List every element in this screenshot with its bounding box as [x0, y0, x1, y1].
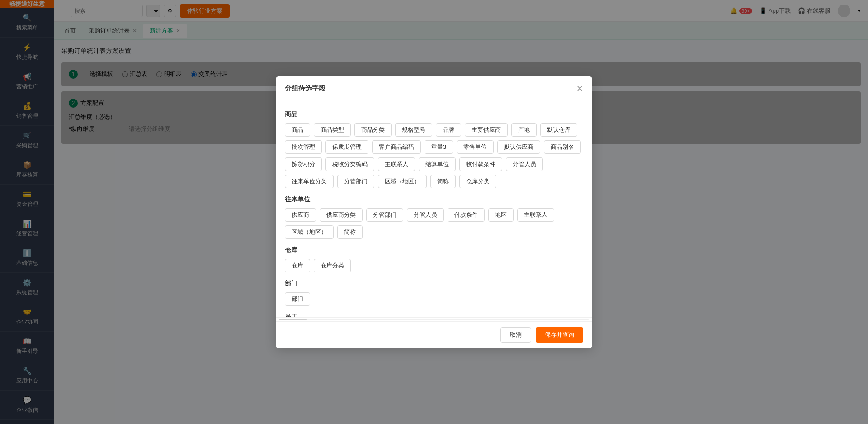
field-tag-0-13[interactable]: 默认供应商 [497, 140, 540, 154]
field-tag-0-21[interactable]: 往来单位分类 [285, 175, 334, 188]
section-title-4: 员工 [285, 313, 583, 317]
field-tag-0-23[interactable]: 区域（地区） [378, 175, 427, 188]
field-tag-1-7[interactable]: 区域（地区） [285, 225, 334, 239]
field-tag-1-4[interactable]: 付款条件 [448, 208, 485, 222]
field-tag-0-22[interactable]: 分管部门 [337, 175, 374, 188]
field-tag-0-8[interactable]: 批次管理 [285, 140, 322, 154]
field-tag-0-18[interactable]: 结算单位 [419, 157, 456, 171]
field-group-1: 供应商供应商分类分管部门分管人员付款条件地区主联系人区域（地区）简称 [285, 208, 583, 239]
field-tag-0-14[interactable]: 商品别名 [544, 140, 581, 154]
save-query-button[interactable]: 保存并查询 [536, 327, 583, 343]
field-tag-0-2[interactable]: 商品分类 [354, 123, 392, 137]
close-icon[interactable]: ✕ [576, 84, 583, 94]
field-tag-1-2[interactable]: 分管部门 [366, 208, 403, 222]
dialog-header: 分组待选字段 ✕ [276, 76, 592, 101]
field-tag-0-20[interactable]: 分管人员 [506, 157, 543, 171]
field-tag-1-0[interactable]: 供应商 [285, 208, 316, 222]
field-tag-0-10[interactable]: 客户商品编码 [372, 140, 421, 154]
field-tag-0-1[interactable]: 商品类型 [314, 123, 351, 137]
section-title-1: 往来单位 [285, 195, 583, 204]
field-tag-3-0[interactable]: 部门 [285, 292, 310, 306]
field-tag-0-17[interactable]: 主联系人 [378, 157, 415, 171]
field-tag-0-3[interactable]: 规格型号 [395, 123, 432, 137]
section-title-3: 部门 [285, 280, 583, 288]
field-group-2: 仓库仓库分类 [285, 259, 583, 272]
field-tag-1-3[interactable]: 分管人员 [407, 208, 444, 222]
cancel-button[interactable]: 取消 [500, 327, 531, 343]
section-title-0: 商品 [285, 110, 583, 119]
field-tag-0-6[interactable]: 产地 [511, 123, 537, 137]
field-tag-0-15[interactable]: 拣货积分 [285, 157, 322, 171]
field-tag-0-4[interactable]: 品牌 [436, 123, 461, 137]
field-group-3: 部门 [285, 292, 583, 306]
field-tag-0-7[interactable]: 默认仓库 [540, 123, 577, 137]
field-tag-0-5[interactable]: 主要供应商 [465, 123, 508, 137]
field-tag-2-1[interactable]: 仓库分类 [314, 259, 351, 272]
field-tag-1-5[interactable]: 地区 [488, 208, 514, 222]
dialog-body[interactable]: 商品商品商品类型商品分类规格型号品牌主要供应商产地默认仓库批次管理保质期管理客户… [276, 101, 592, 317]
field-tag-0-19[interactable]: 收付款条件 [459, 157, 502, 171]
field-tag-0-25[interactable]: 仓库分类 [459, 175, 496, 188]
dialog-footer: 取消 保存并查询 [276, 321, 592, 348]
field-tag-0-16[interactable]: 税收分类编码 [326, 157, 374, 171]
field-group-0: 商品商品类型商品分类规格型号品牌主要供应商产地默认仓库批次管理保质期管理客户商品… [285, 123, 583, 188]
field-tag-0-11[interactable]: 重量3 [425, 140, 453, 154]
field-tag-0-9[interactable]: 保质期管理 [326, 140, 368, 154]
dialog-title: 分组待选字段 [285, 84, 326, 93]
horizontal-scrollbar[interactable] [276, 317, 592, 321]
modal-overlay: 分组待选字段 ✕ 商品商品商品类型商品分类规格型号品牌主要供应商产地默认仓库批次… [0, 0, 868, 424]
section-title-2: 仓库 [285, 246, 583, 254]
field-tag-1-6[interactable]: 主联系人 [517, 208, 554, 222]
field-tag-1-8[interactable]: 简称 [337, 225, 363, 239]
field-tag-0-24[interactable]: 简称 [430, 175, 456, 188]
field-tag-1-1[interactable]: 供应商分类 [320, 208, 363, 222]
field-tag-0-0[interactable]: 商品 [285, 123, 310, 137]
dialog: 分组待选字段 ✕ 商品商品商品类型商品分类规格型号品牌主要供应商产地默认仓库批次… [276, 76, 592, 348]
field-tag-2-0[interactable]: 仓库 [285, 259, 310, 272]
field-tag-0-12[interactable]: 零售单位 [457, 140, 494, 154]
